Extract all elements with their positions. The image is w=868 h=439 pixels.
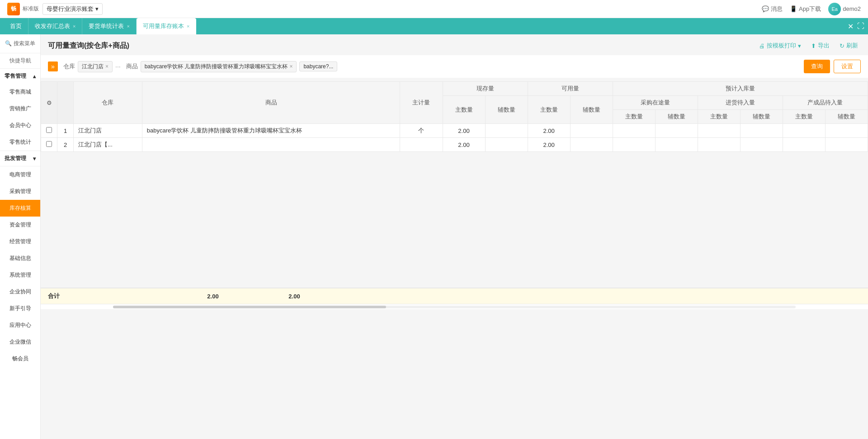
- scrollbar-thumb[interactable]: [113, 306, 386, 308]
- more-filter-icon[interactable]: ···: [115, 63, 121, 70]
- sidebar-search-area: 🔍 搜索菜单: [0, 34, 40, 53]
- expand-filter-button[interactable]: »: [48, 61, 58, 71]
- content-area: 可用量查询(按仓库+商品) 🖨 按模板打印 ⬆ 导出 ↻ 刷新: [41, 34, 868, 439]
- row2-current-main: 2.00: [443, 138, 485, 152]
- page-header-actions: 🖨 按模板打印 ⬆ 导出 ↻ 刷新: [756, 40, 861, 52]
- remove-product-tag-1[interactable]: ×: [289, 63, 292, 70]
- row1-produced-main: [783, 124, 825, 138]
- row2-select[interactable]: [41, 138, 57, 152]
- sidebar-item-enterprise[interactable]: 企业协同: [0, 283, 40, 300]
- nav-tabs: 首页 收发存汇总表 × 要货单统计表 × 可用量库存账本 × ✕ ⛶: [0, 18, 868, 34]
- app-download-button[interactable]: 📱 App下载: [790, 5, 821, 13]
- sidebar-item-ecommerce[interactable]: 电商管理: [0, 166, 40, 183]
- sidebar-item-retail-management[interactable]: 零售管理: [0, 69, 40, 84]
- row2-unit: [400, 138, 443, 152]
- sidebar-item-marketing[interactable]: 营销推广: [0, 100, 40, 117]
- search-menu-button[interactable]: 🔍 搜索菜单: [4, 38, 37, 49]
- tab-income-expense[interactable]: 收发存汇总表 ×: [28, 18, 82, 34]
- export-button[interactable]: ⬆ 导出: [808, 40, 832, 52]
- top-bar-right: 💬 消息 📱 App下载 Ea demo2: [762, 3, 861, 15]
- close-window-button[interactable]: ✕: [848, 22, 854, 31]
- summary-label: 合计: [48, 292, 102, 300]
- th-arrival-aux: 辅数量: [740, 110, 783, 124]
- sidebar-item-retail-mall[interactable]: 零售商城: [0, 84, 40, 100]
- sidebar-item-wholesale-management[interactable]: 批发管理: [0, 151, 40, 166]
- th-available-main: 主数量: [528, 96, 570, 124]
- table-row: 1 江北门店 babycare学饮杯 儿童防摔防撞吸管杯重力球吸嘴杯宝宝水杯 个…: [41, 124, 868, 138]
- sidebar-item-member-center[interactable]: 会员中心: [0, 117, 40, 134]
- sidebar-item-purchase[interactable]: 采购管理: [0, 183, 40, 200]
- horizontal-scrollbar[interactable]: [41, 304, 868, 309]
- tab-available-stock[interactable]: 可用量库存账本 ×: [137, 18, 196, 34]
- th-produced-aux: 辅数量: [825, 110, 868, 124]
- sidebar-item-system[interactable]: 系统管理: [0, 267, 40, 283]
- maximize-button[interactable]: ⛶: [857, 22, 864, 30]
- row2-no: 2: [57, 138, 74, 152]
- sidebar-item-appstore[interactable]: 应用中心: [0, 317, 40, 334]
- th-current-main: 主数量: [443, 96, 485, 124]
- product-tag-2: babycare?...: [299, 61, 337, 71]
- th-produced-main: 主数量: [783, 110, 825, 124]
- remove-warehouse-tag[interactable]: ×: [105, 63, 108, 70]
- th-arrival-pending: 进货待入量: [698, 96, 783, 110]
- refresh-button[interactable]: ↻ 刷新: [837, 40, 861, 52]
- chevron-up-icon: [33, 73, 36, 80]
- sidebar-item-finance[interactable]: 资金管理: [0, 217, 40, 233]
- close-icon[interactable]: ×: [127, 24, 129, 29]
- row1-current-main: 2.00: [443, 124, 485, 138]
- sidebar-item-operations[interactable]: 经营管理: [0, 233, 40, 250]
- print-icon: 🖨: [759, 42, 765, 49]
- sidebar: 🔍 搜索菜单 快捷导航 零售管理 零售商城 营销推广 会员中心 零售统计: [0, 34, 41, 439]
- row2-checkbox[interactable]: [46, 141, 52, 147]
- row1-checkbox[interactable]: [46, 127, 52, 133]
- th-main-unit: 主计量: [400, 82, 443, 124]
- row2-available-main: 2.00: [528, 138, 570, 152]
- gear-icon[interactable]: ⚙: [47, 99, 52, 106]
- logo-icon: 畅: [7, 3, 20, 15]
- tab-home[interactable]: 首页: [4, 18, 28, 34]
- row1-purchase-aux: [655, 124, 698, 138]
- query-button[interactable]: 查询: [804, 60, 830, 73]
- template-print-button[interactable]: 🖨 按模板打印: [756, 40, 804, 52]
- sidebar-item-inventory[interactable]: 库存核算: [0, 200, 40, 217]
- industry-selector[interactable]: 母婴行业演示账套: [42, 3, 103, 15]
- filter-bar: » 仓库 江北门店 × ··· 商品 babycare学饮杯 儿童防摔防撞吸管杯…: [41, 55, 868, 78]
- quick-nav-button[interactable]: 快捷导航: [0, 53, 40, 69]
- sidebar-item-member[interactable]: 畅会员: [0, 350, 40, 367]
- product-tag-1: babycare学饮杯 儿童防摔防撞吸管杯重力球吸嘴杯宝宝水杯 ×: [141, 61, 297, 72]
- logo-subtitle: 标准版: [23, 5, 39, 13]
- top-bar: 畅 标准版 母婴行业演示账套 💬 消息 📱 App下载 Ea demo2: [0, 0, 868, 18]
- product-label: 商品: [126, 62, 138, 71]
- tab-order-stats[interactable]: 要货单统计表 ×: [82, 18, 136, 34]
- chevron-down-icon: [95, 5, 99, 12]
- th-no: [57, 82, 74, 124]
- sidebar-item-wechat[interactable]: 企业微信: [0, 334, 40, 350]
- logo-area: 畅 标准版: [7, 3, 39, 15]
- row1-no: 1: [57, 124, 74, 138]
- row1-purchase-main: [613, 124, 655, 138]
- row2-produced-main: [783, 138, 825, 152]
- row2-available-aux: [570, 138, 613, 152]
- th-available-aux: 辅数量: [570, 96, 613, 124]
- sidebar-item-basic-info[interactable]: 基础信息: [0, 250, 40, 267]
- row1-product: babycare学饮杯 儿童防摔防撞吸管杯重力球吸嘴杯宝宝水杯: [142, 124, 400, 138]
- sidebar-item-retail-stats[interactable]: 零售统计: [0, 134, 40, 151]
- sidebar-item-newbie[interactable]: 新手引导: [0, 300, 40, 317]
- row2-arrival-main: [698, 138, 740, 152]
- th-gear: ⚙: [41, 82, 57, 124]
- close-icon[interactable]: ×: [187, 24, 189, 29]
- row2-current-aux: [485, 138, 528, 152]
- setting-button[interactable]: 设置: [834, 60, 861, 73]
- user-profile[interactable]: Ea demo2: [828, 3, 861, 15]
- message-button[interactable]: 💬 消息: [762, 5, 783, 13]
- page-title: 可用量查询(按仓库+商品): [48, 41, 129, 51]
- chevron-down-icon: [33, 156, 36, 162]
- row1-warehouse: 江北门店: [74, 124, 142, 138]
- row2-purchase-main: [613, 138, 655, 152]
- summary-values: 2.00 2.00: [102, 293, 315, 300]
- empty-space: [41, 152, 868, 288]
- row1-current-aux: [485, 124, 528, 138]
- row2-product: [142, 138, 400, 152]
- row1-select[interactable]: [41, 124, 57, 138]
- close-icon[interactable]: ×: [73, 24, 75, 29]
